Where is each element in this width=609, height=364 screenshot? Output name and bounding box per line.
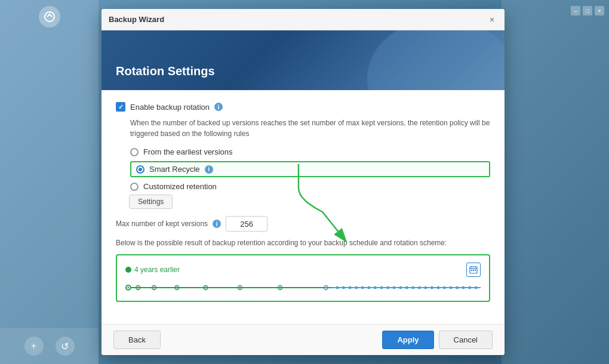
svg-point-38 xyxy=(405,286,408,289)
taskbar-app-icon xyxy=(39,6,60,27)
radio-customized[interactable] xyxy=(130,183,139,191)
dialog-header: Rotation Settings xyxy=(102,30,505,90)
svg-point-29 xyxy=(349,286,352,289)
svg-point-30 xyxy=(355,286,358,289)
timeline-header: 4 years earlier xyxy=(125,263,481,277)
svg-rect-6 xyxy=(473,270,474,271)
svg-point-39 xyxy=(411,286,414,289)
svg-point-28 xyxy=(342,286,345,289)
chrome-close[interactable]: × xyxy=(595,6,604,16)
svg-point-31 xyxy=(361,286,364,289)
dialog-body: Enable backup rotation i When the number… xyxy=(102,90,505,324)
settings-button[interactable]: Settings xyxy=(129,195,173,209)
radio-from-earliest-row: From the earliest versions xyxy=(130,147,490,156)
back-button[interactable]: Back xyxy=(113,331,161,349)
max-versions-input[interactable] xyxy=(226,216,267,232)
svg-point-43 xyxy=(437,286,440,289)
svg-point-33 xyxy=(374,286,377,289)
svg-point-36 xyxy=(393,286,396,289)
enable-backup-label: Enable backup rotation xyxy=(130,103,210,112)
radio-from-earliest[interactable] xyxy=(130,148,139,156)
dialog-title: Backup Wizard xyxy=(109,15,164,24)
svg-point-42 xyxy=(430,286,433,289)
svg-point-15 xyxy=(153,287,155,289)
enable-backup-checkbox[interactable] xyxy=(116,102,125,112)
max-versions-label: Max number of kept versions xyxy=(116,220,208,228)
svg-point-13 xyxy=(137,287,139,289)
radio-smart-recycle[interactable] xyxy=(136,165,144,174)
svg-point-11 xyxy=(127,287,129,289)
backup-wizard-dialog: Backup Wizard × Rotation Settings Enable… xyxy=(102,9,505,355)
max-versions-info-icon[interactable]: i xyxy=(213,220,221,228)
svg-point-27 xyxy=(336,286,339,289)
calendar-icon[interactable] xyxy=(466,263,481,277)
dialog-titlebar: Backup Wizard × xyxy=(102,9,505,30)
description-text: When the number of backed up versions re… xyxy=(130,118,490,139)
dialog-header-title: Rotation Settings xyxy=(116,64,215,78)
enable-backup-info-icon[interactable]: i xyxy=(214,103,223,111)
max-versions-row: Max number of kept versions i xyxy=(116,216,490,232)
cancel-button[interactable]: Cancel xyxy=(439,331,493,349)
window-chrome: – □ × xyxy=(502,0,609,364)
timeline-container: 4 years earlier xyxy=(116,254,490,302)
svg-point-37 xyxy=(399,286,402,289)
apply-button[interactable]: Apply xyxy=(382,331,433,349)
svg-point-49 xyxy=(475,286,478,289)
desktop: + ↺ – □ × Backup Wizard × Rotation Setti… xyxy=(0,0,609,364)
add-button[interactable]: + xyxy=(24,337,44,356)
svg-point-25 xyxy=(325,287,327,289)
svg-rect-7 xyxy=(475,270,476,271)
svg-point-40 xyxy=(418,286,421,289)
radio-customized-label: Customized retention xyxy=(143,182,217,191)
svg-point-45 xyxy=(450,286,453,289)
radio-from-earliest-label: From the earliest versions xyxy=(143,147,233,156)
svg-rect-5 xyxy=(471,270,472,271)
below-text: Below is the possible result of backup r… xyxy=(116,237,490,248)
svg-point-35 xyxy=(386,286,389,289)
svg-point-48 xyxy=(468,286,471,289)
svg-point-47 xyxy=(462,286,465,289)
svg-point-34 xyxy=(380,286,383,289)
radio-group: From the earliest versions Smart Recycle… xyxy=(130,147,490,191)
history-button[interactable]: ↺ xyxy=(56,337,75,356)
dialog-footer: Back Apply Cancel xyxy=(102,324,505,355)
radio-customized-row: Customized retention xyxy=(130,182,490,191)
svg-point-44 xyxy=(443,286,446,289)
chrome-maximize[interactable]: □ xyxy=(583,6,592,16)
chrome-controls: – □ × xyxy=(571,6,604,16)
dialog-close-button[interactable]: × xyxy=(487,14,497,25)
svg-point-46 xyxy=(456,286,459,289)
smart-recycle-info-icon[interactable]: i xyxy=(205,165,213,174)
timeline-dot xyxy=(125,267,131,273)
svg-point-41 xyxy=(424,286,427,289)
footer-right-buttons: Apply Cancel xyxy=(382,331,493,349)
radio-smart-recycle-label: Smart Recycle xyxy=(149,165,200,174)
enable-backup-row: Enable backup rotation i xyxy=(116,102,490,112)
svg-point-23 xyxy=(279,287,281,289)
chrome-minimize[interactable]: – xyxy=(571,6,580,16)
svg-point-21 xyxy=(239,287,241,289)
svg-point-17 xyxy=(176,287,178,289)
taskbar-left: + ↺ xyxy=(0,0,99,364)
taskbar-bottom: + ↺ xyxy=(0,328,99,364)
timeline-track xyxy=(125,282,481,294)
smart-recycle-row[interactable]: Smart Recycle i xyxy=(130,161,490,177)
svg-point-19 xyxy=(205,287,207,289)
svg-point-32 xyxy=(367,286,370,289)
timeline-label: 4 years earlier xyxy=(125,266,180,274)
svg-point-0 xyxy=(45,12,54,21)
